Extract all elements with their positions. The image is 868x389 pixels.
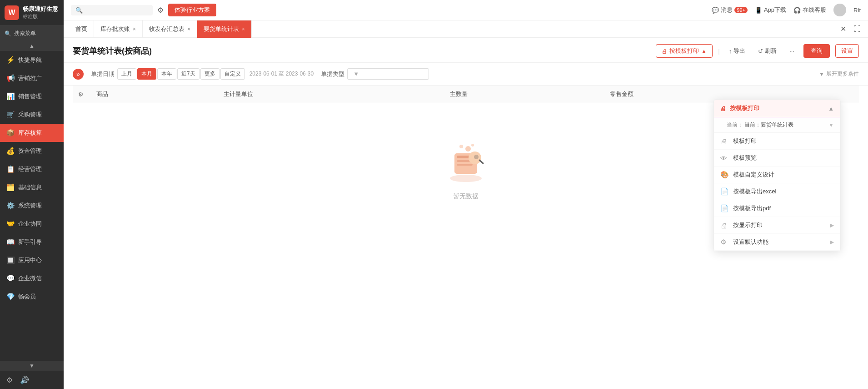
tab-label: 要货单统计表	[204, 25, 239, 33]
svg-point-6	[474, 155, 479, 159]
sidebar-item-label: 营销推广	[18, 74, 42, 82]
topbar-gear-icon[interactable]: ⚙	[157, 6, 164, 15]
sidebar-item-vip[interactable]: 💎 畅会员	[0, 288, 64, 306]
topbar-search-box[interactable]: 🔍	[71, 5, 153, 15]
user-avatar[interactable]	[833, 4, 846, 16]
type-filter-group: 单据类型 ▼	[321, 68, 429, 80]
svg-line-7	[479, 160, 483, 163]
col-settings[interactable]: ⚙	[73, 86, 91, 103]
sidebar-item-basic[interactable]: 🗂️ 基础信息	[0, 178, 64, 197]
default-func-arrow: ▶	[830, 239, 834, 245]
sidebar-item-quicknav[interactable]: ⚡ 快捷导航	[0, 51, 64, 69]
app-download-button[interactable]: 📱 App下载	[755, 6, 786, 14]
dropdown-close-btn[interactable]: ▲	[828, 105, 834, 112]
date-range-text: 2023-06-01 至 2023-06-30	[249, 70, 314, 78]
message-button[interactable]: 💬 消息 99+	[712, 6, 748, 14]
sound-icon[interactable]: 🔊	[20, 376, 29, 384]
dropdown-item-display-print[interactable]: 🖨 按显示打印 ▶	[714, 217, 840, 234]
date-btn-custom[interactable]: 自定义	[220, 68, 245, 80]
col-goods: 商品	[91, 86, 218, 103]
tab-close-batch-accounts[interactable]: ×	[133, 26, 136, 32]
print-template-btn[interactable]: 🖨 按模板打印 ▲	[656, 44, 713, 58]
tab-receipts-summary[interactable]: 收发存汇总表 ×	[143, 20, 197, 38]
query-btn[interactable]: 查询	[803, 44, 830, 58]
dropdown-item-export-pdf[interactable]: 📄 按模板导出pdf	[714, 200, 840, 217]
date-buttons: 上月 本月 本年 近7天 更多 自定义	[117, 68, 245, 80]
svg-rect-3	[457, 160, 470, 162]
export-btn[interactable]: ↑ 导出	[725, 45, 749, 57]
sidebar-item-label: 企业微信	[18, 274, 42, 283]
topbar: 🔍 ⚙ 体验行业方案 💬 消息 99+ 📱 App下载 🎧 在线客服 Rit	[64, 0, 868, 20]
tab-close-receipts[interactable]: ×	[187, 26, 190, 32]
date-btn-more[interactable]: 更多	[200, 68, 219, 80]
sidebar-item-label: 系统管理	[18, 202, 42, 210]
date-btn-7days[interactable]: 近7天	[177, 68, 200, 80]
export-pdf-label: 按模板导出pdf	[733, 204, 771, 212]
sidebar-scroll-up[interactable]: ▲	[0, 41, 64, 51]
expand-more-btn[interactable]: ▼ 展开更多条件	[819, 70, 859, 78]
print-dropdown: 🖨 按模板打印 ▲ 当前： 当前：要货单统计表 ▼ 🖨 模板打印 👁 模板预览	[713, 99, 841, 251]
more-actions-btn[interactable]: ···	[786, 46, 798, 56]
date-btn-last-month[interactable]: 上月	[117, 68, 136, 80]
system-icon: ⚙️	[6, 202, 15, 210]
tabbar-close-btn[interactable]: ✕	[838, 23, 848, 35]
dropdown-item-template-preview[interactable]: 👁 模板预览	[714, 150, 840, 167]
sidebar-item-finance[interactable]: 💰 资金管理	[0, 142, 64, 160]
topbar-search-input[interactable]	[85, 7, 148, 13]
dropdown-item-export-excel[interactable]: 📄 按模板导出excel	[714, 183, 840, 200]
dropdown-print-icon: 🖨	[720, 105, 726, 112]
sidebar-search[interactable]: 🔍 搜索菜单	[0, 26, 64, 41]
tab-batch-accounts[interactable]: 库存批次账 ×	[94, 20, 143, 38]
date-btn-this-year[interactable]: 本年	[157, 68, 176, 80]
tab-order-stats[interactable]: 要货单统计表 ×	[197, 20, 252, 38]
sidebar-item-marketing[interactable]: 📢 营销推广	[0, 69, 64, 87]
dropdown-current-template[interactable]: 当前： 当前：要货单统计表 ▼	[714, 117, 840, 133]
trial-button[interactable]: 体验行业方案	[168, 4, 216, 16]
settings-bottom-icon[interactable]: ⚙	[6, 376, 13, 384]
dropdown-item-default-func[interactable]: ⚙ 设置默认功能 ▶	[714, 234, 840, 251]
sidebar-item-system[interactable]: ⚙️ 系统管理	[0, 197, 64, 215]
filter-bar: » 单据日期 上月 本月 本年 近7天 更多 自定义 2023-06-01 至 …	[64, 63, 868, 86]
template-preview-label: 模板预览	[733, 154, 757, 162]
dropdown-item-template-custom[interactable]: 🎨 模板自定义设计	[714, 167, 840, 183]
tabbar-expand-btn[interactable]: ⛶	[852, 23, 863, 35]
filter-toggle-btn[interactable]: »	[73, 69, 84, 80]
svg-point-9	[459, 145, 463, 148]
sidebar-item-sales[interactable]: 📊 销售管理	[0, 87, 64, 106]
logo-icon: W	[5, 5, 19, 20]
sidebar-item-label: 应用中心	[18, 256, 42, 264]
expand-label: 展开更多条件	[826, 70, 859, 78]
sidebar-item-purchase[interactable]: 🛒 采购管理	[0, 106, 64, 124]
sidebar-item-label: 资金管理	[18, 147, 42, 155]
corp-icon: 🤝	[6, 220, 15, 228]
sales-icon: 📊	[6, 92, 15, 101]
export-icon: ↑	[729, 48, 732, 55]
tabbar-right: ✕ ⛶	[838, 23, 863, 35]
type-select[interactable]: ▼	[347, 68, 429, 80]
sidebar-item-label: 畅会员	[18, 293, 36, 301]
print-label: 按模板打印	[669, 47, 699, 55]
default-func-icon: ⚙	[720, 238, 728, 246]
refresh-btn[interactable]: ↺ 刷新	[754, 45, 780, 57]
dropdown-item-template-print[interactable]: 🖨 模板打印	[714, 133, 840, 150]
tab-home[interactable]: 首页	[69, 20, 94, 38]
online-service-button[interactable]: 🎧 在线客服	[793, 6, 826, 14]
tab-label: 库存批次账	[100, 25, 130, 33]
date-btn-this-month[interactable]: 本月	[137, 68, 156, 80]
export-pdf-icon: 📄	[720, 204, 728, 212]
sidebar-item-operations[interactable]: 📋 经营管理	[0, 160, 64, 178]
sidebar-item-weixin[interactable]: 💬 企业微信	[0, 269, 64, 288]
settings-btn[interactable]: 设置	[835, 44, 859, 58]
print-icon: 🖨	[662, 48, 668, 55]
appstore-icon: 🔲	[6, 256, 15, 264]
tab-close-order-stats[interactable]: ×	[242, 26, 245, 32]
sidebar-item-guide[interactable]: 📖 新手引导	[0, 233, 64, 251]
sidebar-item-appstore[interactable]: 🔲 应用中心	[0, 251, 64, 269]
sidebar-item-corp[interactable]: 🤝 企业协同	[0, 215, 64, 233]
operations-icon: 📋	[6, 165, 15, 173]
sidebar-scroll-down[interactable]: ▼	[0, 361, 64, 371]
sidebar-item-label: 快捷导航	[18, 56, 42, 64]
sidebar-item-label: 库存核算	[18, 129, 42, 137]
empty-message: 暂无数据	[453, 192, 479, 201]
sidebar-item-inventory[interactable]: 📦 库存核算	[0, 124, 64, 142]
